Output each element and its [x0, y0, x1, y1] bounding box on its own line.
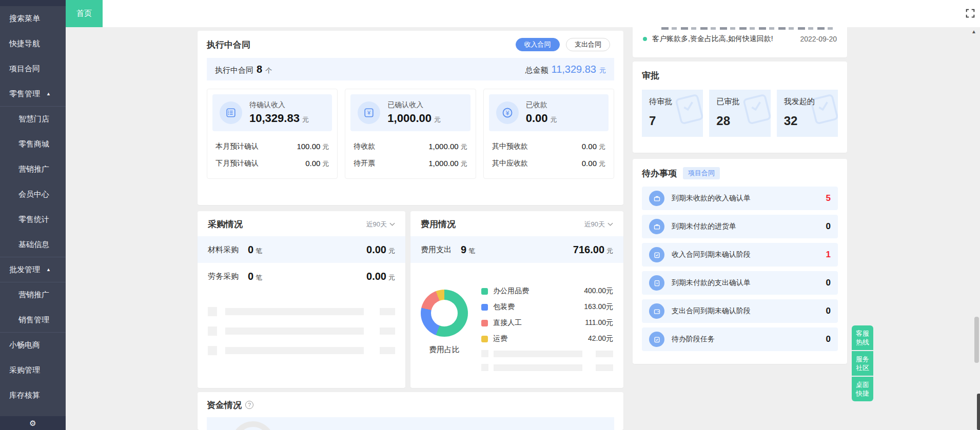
todo-item-count: 1	[826, 250, 831, 260]
sidebar-item-label: 营销推广	[18, 165, 49, 174]
todo-item-label: 到期未收款的收入确认单	[672, 194, 751, 203]
sidebar-item-label: 零售管理	[9, 89, 40, 99]
float-button-1[interactable]: 服务社区	[852, 351, 873, 376]
notice-date: 2022-09-20	[800, 35, 837, 43]
sidebar-item-15[interactable]: 库存核算	[0, 383, 66, 408]
todo-item-0[interactable]: 到期未收款的收入确认单 5	[642, 187, 838, 210]
expense-overview-card: 费用情况 近90天 费用支出 9笔 716.00元 费用占比 办公用品费 400…	[410, 211, 623, 388]
todo-item-count: 5	[826, 193, 831, 203]
todo-tag-project-contract[interactable]: 项目合同	[683, 167, 720, 179]
total-amount-label: 总金额	[525, 66, 548, 74]
sidebar-item-13[interactable]: 小畅电商	[0, 333, 66, 358]
chevron-up-icon: ▲	[46, 91, 51, 96]
approval-tile-0[interactable]: 待审批 7	[642, 90, 703, 137]
sidebar-item-label: 会员中心	[18, 190, 49, 199]
sidebar-item-8[interactable]: 零售统计	[0, 207, 66, 232]
expense-range-select[interactable]: 近90天	[584, 220, 613, 229]
approval-tile-1[interactable]: 已审批 28	[709, 90, 770, 137]
funds-overview-card: 资金情况?	[198, 392, 623, 430]
stat-box-2: ¥ 已收款 0.00元 其中预收款 0.00元 其中应收款 0.00元	[483, 89, 614, 179]
expense-chart-area: 费用占比 办公用品费 400.00元 包装费 163.00元 直接人工 111.…	[410, 290, 623, 378]
briefcase-icon	[649, 219, 664, 234]
stat-value: 10,329.83元	[249, 112, 309, 125]
todo-item-1[interactable]: 到期未付款的进货单 0	[642, 215, 838, 238]
chevron-down-icon	[389, 222, 395, 226]
scrollbar-bottom-dark-element[interactable]	[977, 394, 980, 430]
help-question-icon[interactable]: ?	[245, 401, 253, 409]
approval-tile-count: 7	[649, 114, 696, 128]
topbar: 首页	[66, 0, 980, 27]
contract-type-toggle: 收入合同 支出合同	[512, 38, 610, 51]
sidebar-item-label: 库存核算	[9, 391, 40, 400]
stat-sub-row: 本月预计确认 100.00元	[215, 138, 329, 155]
clipboard-check-icon	[649, 247, 664, 262]
wallet-icon	[649, 303, 664, 319]
gear-icon: ⚙	[29, 419, 36, 428]
sidebar-item-3[interactable]: 零售管理 ▲	[0, 81, 66, 107]
approval-tiles: 待审批 7 已审批 28 我发起的 32	[642, 90, 838, 137]
executing-contracts-card: 执行中合同 收入合同 支出合同 执行中合同8个 总金额11,329.83元 待确…	[198, 31, 623, 205]
legend-item-2: 直接人工 111.00元	[481, 318, 613, 327]
contracts-count-label: 执行中合同	[215, 66, 253, 74]
legend-skeleton	[481, 364, 613, 371]
stat-label: 已确认收入	[387, 100, 441, 110]
sidebar-item-11[interactable]: 营销推广	[0, 282, 66, 308]
sidebar-item-5[interactable]: 零售商城	[0, 132, 66, 157]
sidebar-item-4[interactable]: 智慧门店	[0, 107, 66, 132]
todo-item-3[interactable]: ¥ 到期未付款的支出确认单 0	[642, 271, 838, 295]
clipboard-check-icon	[649, 332, 664, 347]
sidebar: 搜索菜单 快捷导航 项目合同 零售管理 ▲ 智慧门店 零售商城 营销推广 会员中…	[0, 0, 66, 430]
purchase-range-select[interactable]: 近90天	[366, 220, 395, 229]
scrollbar-thumb[interactable]	[974, 317, 979, 363]
float-button-0[interactable]: 客服热线	[852, 325, 873, 350]
sidebar-item-7[interactable]: 会员中心	[0, 182, 66, 207]
settings-gear-button[interactable]: ⚙	[0, 416, 66, 430]
sidebar-item-label: 采购管理	[9, 365, 40, 375]
svg-text:¥: ¥	[656, 281, 658, 285]
todo-item-4[interactable]: 支出合同到期未确认阶段 0	[642, 299, 838, 323]
sidebar-item-label: 零售商城	[18, 139, 49, 149]
float-button-2[interactable]: 桌面快捷	[852, 377, 873, 401]
sidebar-item-6[interactable]: 营销推广	[0, 157, 66, 182]
sidebar-item-2[interactable]: 项目合同	[0, 56, 66, 81]
stat-value: 0.00元	[526, 112, 557, 125]
briefcase-icon	[649, 191, 664, 206]
tab-home[interactable]: 首页	[66, 0, 103, 27]
todo-item-label: 收入合同到期未确认阶段	[672, 250, 751, 259]
todo-item-label: 支出合同到期未确认阶段	[672, 306, 751, 316]
legend-chip	[481, 320, 488, 326]
sidebar-item-label: 小畅电商	[9, 340, 40, 350]
sidebar-item-1[interactable]: 快捷导航	[0, 31, 66, 56]
card-title: 费用情况	[421, 218, 456, 230]
todo-item-label: 待办阶段任务	[672, 335, 715, 344]
sidebar-item-0[interactable]: 搜索菜单	[0, 6, 66, 31]
todo-item-2[interactable]: 收入合同到期未确认阶段 1	[642, 243, 838, 267]
card-title: 待办事项	[642, 168, 677, 179]
yuan-circle-icon: ¥	[496, 101, 519, 124]
todo-item-count: 0	[826, 306, 831, 316]
placeholder-ring	[231, 421, 275, 430]
notice-text: 客户账款多,资金占比高,如何快速回款!	[652, 34, 795, 44]
toggle-income-contract[interactable]: 收入合同	[516, 38, 560, 51]
stat-sub-row: 待收款 1,000.00元	[354, 138, 467, 155]
sidebar-top-strip	[0, 0, 66, 6]
expense-summary-row: 费用支出 9笔 716.00元	[410, 236, 623, 263]
toggle-expense-contract[interactable]: 支出合同	[566, 38, 610, 51]
scroll-up-arrow-icon[interactable]: ▲	[971, 29, 976, 34]
sidebar-item-14[interactable]: 采购管理	[0, 358, 66, 383]
contracts-count: 8	[257, 64, 262, 75]
sidebar-item-label: 零售统计	[18, 215, 49, 224]
contract-stat-boxes: 待确认收入 10,329.83元 本月预计确认 100.00元 下月预计确认 0…	[207, 89, 614, 179]
sidebar-item-12[interactable]: 销售管理	[0, 308, 66, 333]
todo-item-5[interactable]: 待办阶段任务 0	[642, 327, 838, 351]
fullscreen-icon[interactable]	[965, 8, 976, 19]
card-title: 审批	[642, 70, 838, 81]
yuan-square-icon: ¥	[358, 101, 380, 124]
chevron-up-icon: ▲	[46, 267, 51, 272]
approval-tile-2[interactable]: 我发起的 32	[777, 90, 838, 137]
approval-card: 审批 待审批 7 已审批 28 我发起的 32	[633, 62, 847, 153]
notice-item[interactable]: 客户账款多,资金占比高,如何快速回款! 2022-09-20	[643, 34, 837, 44]
purchase-row-1: 劳务采购 0笔 0.00元	[198, 263, 405, 290]
sidebar-item-9[interactable]: 基础信息	[0, 232, 66, 257]
sidebar-item-10[interactable]: 批发管理 ▲	[0, 257, 66, 282]
